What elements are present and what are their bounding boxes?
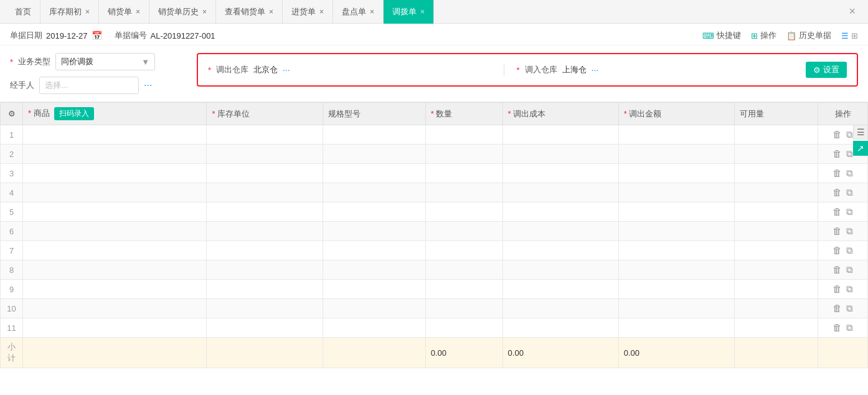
cell-spec[interactable] — [323, 260, 425, 280]
cell-available[interactable] — [734, 280, 818, 299]
cell-spec[interactable] — [323, 164, 425, 183]
cell-qty[interactable] — [425, 145, 502, 164]
cell-amount[interactable] — [618, 125, 734, 145]
cell-available[interactable] — [734, 222, 818, 241]
settings-button[interactable]: ⚙ 设置 — [806, 62, 847, 78]
cell-unit[interactable] — [207, 299, 323, 318]
cell-available[interactable] — [734, 125, 818, 145]
tab-stock-init-close[interactable]: × — [85, 7, 90, 16]
copy-icon[interactable]: ⧉ — [846, 206, 853, 217]
cell-spec[interactable] — [323, 280, 425, 299]
warehouse-out-more-button[interactable]: ··· — [283, 65, 290, 75]
cell-cost[interactable] — [502, 202, 618, 222]
copy-icon[interactable]: ⧉ — [846, 322, 853, 333]
cell-cost[interactable] — [502, 260, 618, 280]
cell-amount[interactable] — [618, 280, 734, 299]
cell-amount[interactable] — [618, 318, 734, 338]
tab-transfer-close[interactable]: × — [420, 7, 425, 16]
cell-cost[interactable] — [502, 164, 618, 183]
warehouse-in-more-button[interactable]: ··· — [592, 65, 599, 75]
tab-stock-init[interactable]: 库存期初 × — [40, 0, 99, 24]
tab-sales-history-close[interactable]: × — [202, 7, 207, 16]
cell-product[interactable] — [23, 183, 207, 202]
cell-spec[interactable] — [323, 299, 425, 318]
cell-qty[interactable] — [425, 318, 502, 338]
cell-amount[interactable] — [618, 260, 734, 280]
cell-available[interactable] — [734, 260, 818, 280]
cell-product[interactable] — [23, 164, 207, 183]
cell-amount[interactable] — [618, 222, 734, 241]
delete-icon[interactable]: 🗑 — [833, 283, 842, 294]
cell-unit[interactable] — [207, 222, 323, 241]
cell-cost[interactable] — [502, 299, 618, 318]
cell-available[interactable] — [734, 299, 818, 318]
cell-unit[interactable] — [207, 125, 323, 145]
tab-inventory-close[interactable]: × — [370, 7, 374, 16]
copy-icon[interactable]: ⧉ — [846, 303, 853, 313]
cell-available[interactable] — [734, 318, 818, 338]
cell-cost[interactable] — [502, 280, 618, 299]
delete-icon[interactable]: 🗑 — [833, 206, 842, 217]
cell-qty[interactable] — [425, 202, 502, 222]
cell-amount[interactable] — [618, 183, 734, 202]
tab-sales-order-close[interactable]: × — [136, 7, 140, 16]
tab-sales-order[interactable]: 销货单 × — [99, 0, 149, 24]
cell-amount[interactable] — [618, 299, 734, 318]
window-close-button[interactable]: × — [842, 5, 862, 18]
cell-cost[interactable] — [502, 145, 618, 164]
layout-grid-icon[interactable]: ⊞ — [851, 31, 858, 40]
calendar-icon[interactable]: 📅 — [92, 31, 102, 40]
cell-spec[interactable] — [323, 183, 425, 202]
cell-spec[interactable] — [323, 145, 425, 164]
tab-transfer[interactable]: 调拨单 × — [384, 0, 434, 24]
biz-type-select[interactable]: 同价调拨 ▼ — [55, 53, 155, 70]
tab-sales-history[interactable]: 销货单历史 × — [149, 0, 216, 24]
copy-icon[interactable]: ⧉ — [846, 187, 853, 198]
person-more-button[interactable]: ··· — [144, 80, 152, 91]
copy-icon[interactable]: ⧉ — [846, 226, 853, 236]
cell-unit[interactable] — [207, 145, 323, 164]
cell-product[interactable] — [23, 145, 207, 164]
cell-unit[interactable] — [207, 260, 323, 280]
cell-unit[interactable] — [207, 318, 323, 338]
cell-product[interactable] — [23, 260, 207, 280]
copy-icon[interactable]: ⧉ — [846, 168, 853, 178]
sidebar-export-icon-btn[interactable]: ↗ — [853, 141, 868, 156]
shortcut-action[interactable]: ⌨ 快捷键 — [702, 30, 741, 41]
cell-amount[interactable] — [618, 145, 734, 164]
copy-icon[interactable]: ⧉ — [846, 264, 853, 275]
delete-icon[interactable]: 🗑 — [833, 264, 842, 275]
cell-available[interactable] — [734, 164, 818, 183]
cell-unit[interactable] — [207, 164, 323, 183]
tab-view-sales-close[interactable]: × — [269, 7, 273, 16]
cell-qty[interactable] — [425, 164, 502, 183]
cell-cost[interactable] — [502, 125, 618, 145]
cell-product[interactable] — [23, 222, 207, 241]
tab-inventory[interactable]: 盘点单 × — [333, 0, 384, 24]
cell-cost[interactable] — [502, 183, 618, 202]
cell-amount[interactable] — [618, 202, 734, 222]
cell-spec[interactable] — [323, 222, 425, 241]
delete-icon[interactable]: 🗑 — [833, 129, 842, 140]
delete-icon[interactable]: 🗑 — [833, 303, 842, 313]
cell-product[interactable] — [23, 125, 207, 145]
cell-available[interactable] — [734, 145, 818, 164]
cell-cost[interactable] — [502, 222, 618, 241]
cell-qty[interactable] — [425, 260, 502, 280]
cell-unit[interactable] — [207, 183, 323, 202]
copy-icon[interactable]: ⧉ — [846, 148, 853, 159]
sidebar-list-icon-btn[interactable]: ☰ — [853, 125, 868, 140]
cell-spec[interactable] — [323, 241, 425, 260]
layout-list-icon[interactable]: ☰ — [841, 31, 849, 40]
cell-spec[interactable] — [323, 125, 425, 145]
cell-available[interactable] — [734, 183, 818, 202]
scan-entry-button[interactable]: 扫码录入 — [54, 107, 94, 120]
cell-unit[interactable] — [207, 241, 323, 260]
cell-product[interactable] — [23, 241, 207, 260]
cell-qty[interactable] — [425, 241, 502, 260]
cell-product[interactable] — [23, 299, 207, 318]
delete-icon[interactable]: 🗑 — [833, 168, 842, 178]
cell-amount[interactable] — [618, 164, 734, 183]
cell-unit[interactable] — [207, 280, 323, 299]
cell-qty[interactable] — [425, 183, 502, 202]
